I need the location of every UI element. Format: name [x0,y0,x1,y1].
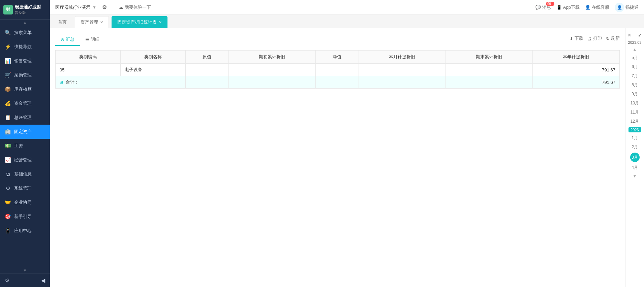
download-icon: ⬇ [570,36,573,41]
app-logo: 财 [3,5,13,14]
sidebar-item-enterprise[interactable]: 🤝 企业协同 [0,195,50,210]
total-monthly [359,76,446,89]
cell-end-accumulated [446,64,532,76]
message-icon: 💬 [535,5,541,10]
download-icon: 📱 [556,5,562,10]
sidebar-item-app-center[interactable]: 📱 应用中心 [0,224,50,238]
table-toolbar: ⬇ 下载 🖨 打印 ↻ 刷新 [570,35,620,41]
tab-asset-management[interactable]: 资产管理 ✕ [75,16,109,28]
print-icon: 🖨 [587,36,592,41]
tab-home-label: 首页 [58,19,67,25]
topbar-settings-button[interactable]: ⚙ [100,3,109,12]
month-item-5[interactable]: 5月 [625,53,644,62]
sidebar-item-funds[interactable]: 💰 资金管理 [0,96,50,110]
panel-scroll-down-icon[interactable]: ▼ [633,172,637,180]
right-panel-header: ✕ ⤢ [625,31,644,39]
summary-icon: ⊙ [61,37,64,42]
sidebar-item-label: 固定资产 [14,129,32,135]
cell-monthly [359,64,446,76]
experience-button[interactable]: ☁ 我要体验一下 [119,4,151,10]
sidebar-item-label: 搜索菜单 [14,30,32,36]
total-original [185,76,228,89]
month-item-7[interactable]: 7月 [625,71,644,81]
month-item-6[interactable]: 6月 [625,62,644,71]
sidebar-item-inventory[interactable]: 📦 库存核算 [0,82,50,96]
sidebar-item-purchase[interactable]: 🛒 采购管理 [0,68,50,82]
print-button[interactable]: 🖨 打印 [587,35,602,41]
topbar-right: 💬 消息 99+ 📱 App下载 👤 在线客服 👤 畅捷通 [535,3,639,12]
month-item-2[interactable]: 2月 [625,142,644,152]
cell-original [185,64,228,76]
col-header-monthly: 本月计提折旧 [359,51,446,64]
right-panel-close-icon[interactable]: ✕ [627,32,632,38]
message-button[interactable]: 💬 消息 99+ [535,4,551,10]
sidebar: 财 畅捷通好业财 普及版 ▲ 🔍 搜索菜单 ⚡ 快捷导航 📊 销售管理 🛒 采购… [0,0,50,287]
sub-tab-summary-label: 汇总 [66,36,74,42]
tab-asset-close-icon[interactable]: ✕ [100,20,103,25]
tab-home[interactable]: 首页 [53,17,72,28]
main-area: 医疗器械行业演示 ▼ ⚙ ☁ 我要体验一下 💬 消息 99+ 📱 App下载 👤… [50,0,644,287]
company-selector[interactable]: 医疗器械行业演示 ▼ [55,4,96,10]
sub-tab-detail-label: 明细 [91,36,99,42]
month-item-3-active[interactable]: 3月 [630,153,640,162]
year-marker-2023[interactable]: 2023 [628,127,641,132]
content-main: ⊙ 汇总 ☰ 明细 ⬇ 下载 🖨 打印 [50,28,625,287]
online-service-button[interactable]: 👤 在线客服 [585,4,609,10]
download-label: 下载 [575,35,583,41]
month-item-4[interactable]: 4月 [625,163,644,172]
refresh-button[interactable]: ↻ 刷新 [606,35,620,41]
user-area[interactable]: 👤 畅捷通 [615,3,639,12]
tab-depreciation-table[interactable]: 固定资产折旧统计表 ✕ [112,16,167,28]
sidebar-item-label: 新手引导 [14,214,32,220]
message-badge: 99+ [546,2,554,6]
sidebar-item-guide[interactable]: 🎯 新手引导 [0,210,50,224]
sidebar-item-label: 企业协同 [14,199,32,205]
month-item-11[interactable]: 11月 [625,108,644,117]
sidebar-item-system[interactable]: ⚙ 系统管理 [0,181,50,195]
month-item-8[interactable]: 8月 [625,81,644,90]
month-item-10[interactable]: 10月 [625,99,644,108]
sidebar-item-fixed-assets[interactable]: 🏢 固定资产 [0,125,50,139]
app-info: 畅捷通好业财 普及版 [15,4,41,15]
sidebar-item-label: 总账管理 [14,115,32,121]
scroll-up[interactable]: ▲ [0,20,50,26]
sub-tab-detail[interactable]: ☰ 明细 [80,34,105,46]
detail-icon: ☰ [85,37,89,42]
sidebar-item-search[interactable]: 🔍 搜索菜单 [0,26,50,40]
col-header-original: 原值 [185,51,228,64]
settings-icon[interactable]: ⚙ [5,277,9,284]
sidebar-item-basic-info[interactable]: 🗂 基础信息 [0,167,50,181]
sidebar-item-label: 经营管理 [14,157,32,163]
quick-nav-icon: ⚡ [5,44,11,50]
sidebar-item-ledger[interactable]: 📋 总账管理 [0,110,50,125]
tab-depreciation-label: 固定资产折旧统计表 [117,19,157,25]
col-header-accumulated: 期初累计折旧 [228,51,315,64]
sidebar-item-operations[interactable]: 📈 经营管理 [0,153,50,167]
sidebar-item-label: 应用中心 [14,228,32,234]
scroll-down[interactable]: ▼ [0,267,50,274]
sidebar-item-quick-nav[interactable]: ⚡ 快捷导航 [0,40,50,54]
collapse-sidebar-icon[interactable]: ◀ [41,277,45,284]
sidebar-item-label: 快捷导航 [14,44,32,50]
sub-tab-summary[interactable]: ⊙ 汇总 [55,34,80,46]
fixed-assets-icon: 🏢 [5,129,11,135]
sidebar-item-label: 销售管理 [14,58,32,64]
sidebar-item-label: 库存核算 [14,86,32,92]
tab-depreciation-close-icon[interactable]: ✕ [159,20,162,25]
current-period-label: 2023.03 [627,39,642,46]
experience-label: 我要体验一下 [125,4,151,10]
app-download-label: App下载 [563,4,580,10]
sidebar-item-payroll[interactable]: 💵 工资 [0,139,50,153]
panel-scroll-up-icon[interactable]: ▲ [633,46,637,53]
cloud-icon: ☁ [119,5,123,10]
enterprise-icon: 🤝 [5,199,11,205]
app-download-button[interactable]: 📱 App下载 [556,4,580,10]
download-button[interactable]: ⬇ 下载 [570,35,583,41]
company-dropdown-icon: ▼ [92,5,96,10]
right-panel-expand-icon[interactable]: ⤢ [638,32,642,38]
col-header-end-accumulated: 期末累计折旧 [446,51,532,64]
month-item-12[interactable]: 12月 [625,117,644,126]
month-item-9[interactable]: 9月 [625,90,644,99]
month-item-1[interactable]: 1月 [625,133,644,142]
sidebar-item-sales[interactable]: 📊 销售管理 [0,54,50,68]
